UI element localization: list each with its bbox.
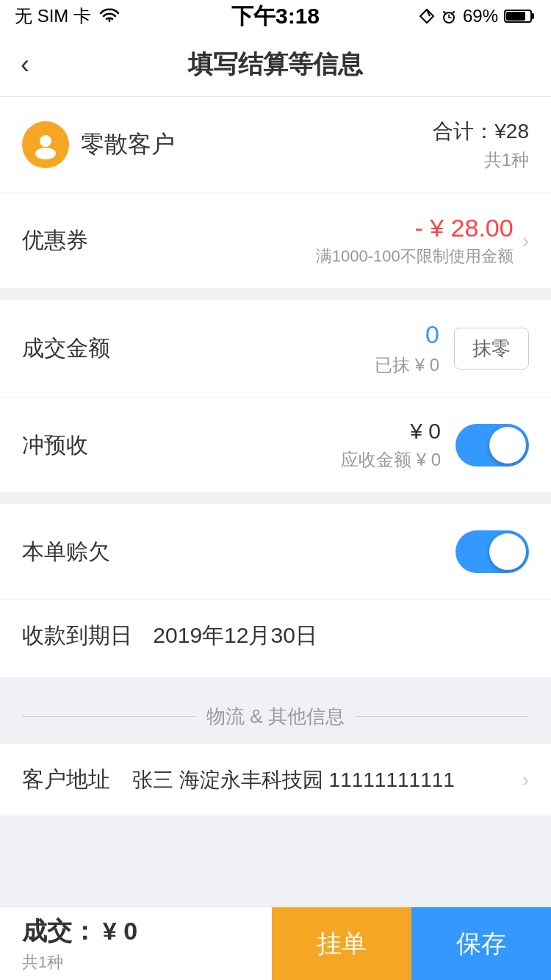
hold-button[interactable]: 挂单: [272, 907, 411, 980]
address-chevron-icon: ›: [522, 768, 529, 792]
coupon-right: - ¥ 28.00 满1000-100不限制使用金额 ›: [316, 214, 529, 267]
battery-percent: 69%: [463, 6, 498, 26]
status-time: 下午3:18: [231, 1, 320, 32]
due-date-label: 收款到期日: [22, 623, 132, 647]
prepay-value-group: ¥ 0 应收金额 ¥ 0: [341, 419, 441, 472]
deal-amount-value[interactable]: 0: [375, 320, 439, 349]
logistics-line: 物流 & 其他信息: [22, 704, 529, 729]
svg-point-5: [35, 148, 56, 159]
save-button[interactable]: 保存: [411, 907, 551, 980]
customer-total: 合计：¥28: [433, 118, 529, 145]
due-date-value: 2019年12月30日: [153, 623, 317, 647]
svg-point-4: [40, 135, 51, 147]
due-date-row: 收款到期日 2019年12月30日: [0, 599, 551, 677]
prepay-value: ¥ 0: [341, 419, 441, 444]
deal-section: 成交金额 0 已抹 ¥ 0 抹零 冲预收 ¥ 0 应收金额 ¥ 0: [0, 300, 551, 492]
coupon-chevron-icon: ›: [522, 229, 529, 253]
wifi-icon: [98, 8, 120, 24]
address-value: 张三 海淀永丰科技园 11111111111: [132, 766, 522, 794]
bottom-deal: 成交： ¥ 0: [22, 915, 250, 948]
customer-row: 零散客户 合计：¥28 共1种: [0, 97, 551, 192]
customer-left: 零散客户: [22, 121, 175, 168]
page-title: 填写结算等信息: [188, 48, 363, 82]
deal-amount-value-group: 0 已抹 ¥ 0: [375, 320, 439, 377]
bottom-bar: 成交： ¥ 0 共1种 挂单 保存: [0, 907, 551, 980]
customer-count: 共1种: [433, 148, 529, 172]
status-bar: 无 SIM 卡 下午3:18 69%: [0, 0, 551, 32]
credit-toggle[interactable]: [455, 530, 529, 573]
coupon-value: - ¥ 28.00 满1000-100不限制使用金额: [316, 214, 514, 267]
alarm-icon: [441, 8, 457, 24]
prepay-sub: 应收金额 ¥ 0: [341, 448, 441, 472]
bottom-info: 成交： ¥ 0 共1种: [0, 907, 272, 980]
customer-section: 零散客户 合计：¥28 共1种 优惠券 - ¥ 28.00 满1000-100不…: [0, 97, 551, 288]
deal-amount-row: 成交金额 0 已抹 ¥ 0 抹零: [0, 300, 551, 398]
coupon-label: 优惠券: [22, 226, 88, 256]
coupon-amount: - ¥ 28.00: [316, 214, 514, 242]
credit-toggle-knob: [489, 533, 526, 570]
customer-name: 零散客户: [81, 129, 175, 161]
bottom-deal-label: 成交：: [22, 917, 97, 945]
deal-amount-right: 0 已抹 ¥ 0 抹零: [375, 320, 529, 377]
toggle-knob: [489, 427, 526, 464]
coupon-row[interactable]: 优惠券 - ¥ 28.00 满1000-100不限制使用金额 ›: [0, 192, 551, 288]
logistics-hr-right: [356, 716, 529, 717]
deal-amount-sub: 已抹 ¥ 0: [375, 353, 439, 377]
credit-section: 本单赊欠 收款到期日 2019年12月30日: [0, 504, 551, 677]
prepay-label: 冲预收: [22, 430, 88, 461]
credit-label: 本单赊欠: [22, 537, 110, 567]
avatar: [22, 121, 69, 168]
location-icon: [419, 8, 435, 24]
nav-bar: ‹ 填写结算等信息: [0, 32, 551, 97]
logistics-divider: 物流 & 其他信息: [0, 689, 551, 744]
prepay-row: 冲预收 ¥ 0 应收金额 ¥ 0: [0, 398, 551, 492]
customer-right: 合计：¥28 共1种: [433, 118, 529, 172]
prepay-right: ¥ 0 应收金额 ¥ 0: [341, 419, 529, 472]
svg-rect-3: [506, 12, 525, 21]
coupon-desc: 满1000-100不限制使用金额: [316, 245, 514, 267]
back-button[interactable]: ‹: [21, 49, 29, 80]
deal-amount-label: 成交金额: [22, 334, 110, 364]
status-left: 无 SIM 卡: [15, 4, 120, 28]
round-off-button[interactable]: 抹零: [454, 328, 529, 370]
bottom-deal-value: ¥ 0: [103, 917, 137, 945]
sim-status: 无 SIM 卡: [15, 4, 91, 28]
credit-row: 本单赊欠: [0, 504, 551, 599]
svg-rect-2: [531, 13, 534, 19]
bottom-count: 共1种: [22, 951, 250, 973]
address-label: 客户地址: [22, 765, 110, 795]
logistics-hr-left: [22, 716, 195, 717]
address-row[interactable]: 客户地址 张三 海淀永丰科技园 11111111111 ›: [0, 744, 551, 815]
prepay-toggle[interactable]: [455, 424, 529, 466]
status-right: 69%: [419, 6, 536, 26]
logistics-text: 物流 & 其他信息: [206, 704, 345, 729]
battery-icon: [504, 8, 536, 24]
